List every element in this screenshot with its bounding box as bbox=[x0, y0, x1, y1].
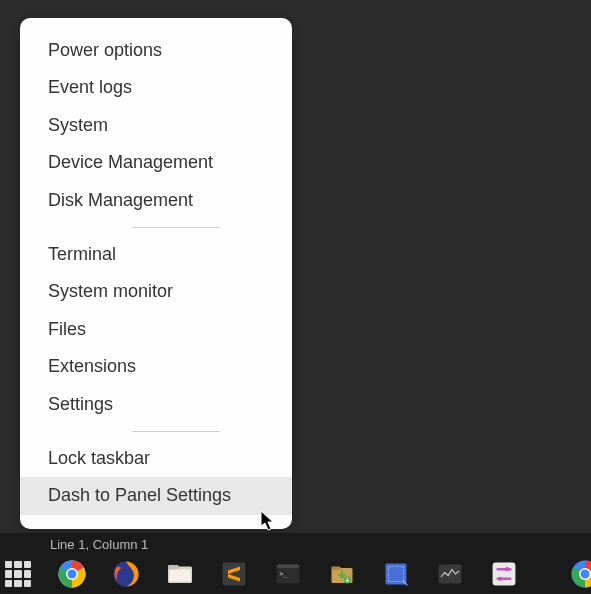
chrome-icon-2[interactable] bbox=[569, 558, 591, 590]
sublime-icon[interactable] bbox=[218, 558, 250, 590]
svg-point-25 bbox=[581, 570, 590, 579]
terminal-icon[interactable]: >_ bbox=[272, 558, 304, 590]
menu-event-logs[interactable]: Event logs bbox=[20, 69, 292, 106]
svg-text:>_: >_ bbox=[280, 570, 288, 578]
screenshot-icon[interactable] bbox=[380, 558, 412, 590]
svg-point-20 bbox=[505, 567, 509, 571]
svg-rect-10 bbox=[277, 564, 300, 568]
menu-device-management[interactable]: Device Management bbox=[20, 144, 292, 181]
svg-rect-19 bbox=[497, 568, 512, 570]
tweaks-icon[interactable] bbox=[488, 558, 520, 590]
svg-rect-18 bbox=[493, 563, 516, 586]
menu-power-options[interactable]: Power options bbox=[20, 32, 292, 69]
svg-point-3 bbox=[68, 570, 77, 579]
show-applications-icon[interactable] bbox=[2, 558, 34, 590]
menu-files[interactable]: Files bbox=[20, 311, 292, 348]
menu-system-monitor[interactable]: System monitor bbox=[20, 273, 292, 310]
svg-rect-6 bbox=[168, 565, 179, 570]
menu-extensions[interactable]: Extensions bbox=[20, 348, 292, 385]
svg-rect-17 bbox=[439, 564, 462, 583]
svg-rect-13 bbox=[332, 567, 341, 571]
menu-system[interactable]: System bbox=[20, 107, 292, 144]
files-icon[interactable] bbox=[164, 558, 196, 590]
menu-divider bbox=[132, 227, 220, 228]
menu-divider bbox=[132, 431, 220, 432]
svg-point-22 bbox=[498, 577, 502, 581]
firefox-icon[interactable] bbox=[110, 558, 142, 590]
menu-settings[interactable]: Settings bbox=[20, 386, 292, 423]
svg-rect-8 bbox=[223, 563, 246, 586]
status-text: Line 1, Column 1 bbox=[50, 537, 148, 552]
menu-lock-taskbar[interactable]: Lock taskbar bbox=[20, 440, 292, 477]
taskbar: >_ bbox=[0, 554, 591, 594]
menu-dash-to-panel-settings[interactable]: Dash to Panel Settings bbox=[20, 477, 292, 514]
context-menu: Power options Event logs System Device M… bbox=[20, 18, 292, 529]
status-bar: Line 1, Column 1 bbox=[0, 533, 591, 555]
system-monitor-icon[interactable] bbox=[434, 558, 466, 590]
chrome-icon[interactable] bbox=[56, 558, 88, 590]
menu-disk-management[interactable]: Disk Management bbox=[20, 182, 292, 219]
menu-terminal[interactable]: Terminal bbox=[20, 236, 292, 273]
svg-rect-7 bbox=[170, 570, 191, 582]
downloads-icon[interactable] bbox=[326, 558, 358, 590]
